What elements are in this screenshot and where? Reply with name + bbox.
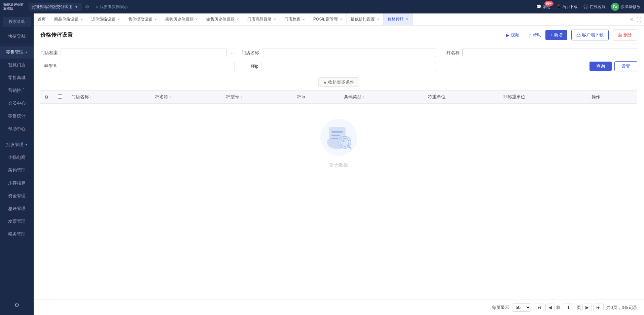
th-barcode-type[interactable]: 条码类型	[340, 91, 424, 104]
th-settings[interactable]: ⚙	[40, 91, 54, 104]
first-page-button[interactable]: ⏮	[534, 304, 544, 311]
tab-home[interactable]: 首页	[34, 13, 50, 26]
tab-sale-extract[interactable]: 售价提取设置 ×	[124, 13, 161, 26]
sidebar-item-member-center[interactable]: 会员中心	[0, 97, 34, 110]
empty-illustration	[319, 117, 359, 158]
tab-purchase-history-close[interactable]: ×	[195, 18, 198, 22]
tab-commodity-price-close[interactable]: ×	[80, 18, 83, 22]
sidebar-item-marketing[interactable]: 营销推广	[0, 84, 34, 97]
tab-store-catalog-label: 门店商品目录	[247, 16, 272, 22]
tab-min-discount[interactable]: 最低折扣设置 ×	[347, 13, 384, 26]
sidebar-item-inventory-settle[interactable]: 库存核算	[0, 177, 34, 189]
filter-actions: 查询 设置	[443, 61, 637, 71]
sidebar-item-finance-label: 资金管理	[8, 193, 26, 198]
filter-row-2: 秤型号 秤ip 查询 设置	[40, 61, 637, 71]
sidebar-item-retail-mall-label: 零售商城	[8, 75, 26, 80]
collapse-button[interactable]: ∧ 收起更多条件	[318, 77, 359, 87]
help-label: 帮助	[533, 32, 541, 38]
sidebar-item-tax-label: 税务管理	[8, 232, 26, 237]
tab-purchase-history-label: 采购历史价跟踪	[165, 16, 193, 22]
online-service-button[interactable]: 🎧 在线客服	[583, 4, 606, 10]
empty-state: 暂无数据	[40, 104, 637, 182]
app-logo: 畅捷通好业财 标准版	[3, 3, 24, 11]
delete-button[interactable]: 面 删除	[613, 30, 637, 40]
tab-pos-encryption-label: POS加密管理	[313, 16, 338, 22]
tab-pos-encryption[interactable]: POS加密管理 ×	[309, 13, 347, 26]
avatar: Ea	[611, 3, 619, 11]
th-scale-name[interactable]: 秤名称	[151, 91, 222, 104]
tab-purchase-strategy-close[interactable]: ×	[117, 18, 120, 22]
sidebar-item-retail-stats[interactable]: 零售统计	[0, 110, 34, 123]
sidebar-item-retail-mgmt[interactable]: 零售管理	[0, 46, 34, 59]
filter-store-name-label: 门店名称	[242, 50, 259, 56]
sidebar-item-xiaochang-ecom[interactable]: 小畅电商	[0, 151, 34, 164]
filter-store-profile-more-icon[interactable]: ···	[231, 50, 235, 56]
empty-row: 暂无数据	[40, 104, 637, 182]
demo-link[interactable]: 我要看实例演示	[96, 4, 128, 10]
next-page-button[interactable]: ▶	[582, 304, 592, 311]
filter-scale-name-input[interactable]	[462, 48, 637, 57]
edition-selector[interactable]: 好业财标准版交付试用 ▼	[29, 3, 82, 11]
sidebar-item-inventory-label: 库存核算	[8, 180, 26, 185]
sidebar-item-tax-mgmt[interactable]: 税务管理	[0, 228, 34, 241]
filter-scale-model-input[interactable]	[60, 62, 235, 71]
help-link[interactable]: ? 帮助	[529, 32, 541, 38]
user-menu[interactable]: Ea 徐泽华修改	[611, 3, 641, 11]
filter-store-name-input[interactable]	[262, 48, 436, 57]
sidebar-item-wholesale-mgmt[interactable]: 批发管理	[0, 138, 34, 151]
th-weight-unit: 称重单位	[424, 91, 499, 104]
add-button[interactable]: + 新增	[545, 30, 567, 40]
video-link[interactable]: ▶ 视频	[506, 32, 520, 38]
sidebar-item-quick-nav[interactable]: 快捷导航	[0, 30, 34, 43]
tab-purchase-strategy[interactable]: 进价策略设置 ×	[87, 13, 124, 26]
settings-query-button[interactable]: 设置	[614, 61, 637, 71]
th-scale-model[interactable]: 秤型号	[222, 91, 293, 104]
th-store-name[interactable]: 门店名称	[67, 91, 151, 104]
tab-bar-controls: ✕ ⛶	[627, 17, 644, 22]
tab-sale-history-label: 销售历史价跟踪	[206, 16, 235, 22]
tab-min-discount-close[interactable]: ×	[377, 18, 379, 22]
filter-scale-ip-input[interactable]	[261, 62, 436, 71]
sidebar-item-purchase-mgmt[interactable]: 采购管理	[0, 164, 34, 177]
sidebar-item-retail-mall[interactable]: 零售商城	[0, 71, 34, 84]
download-button[interactable]: 凸 客户端下载	[571, 30, 609, 40]
filter-store-profile-input[interactable]	[61, 48, 227, 57]
tab-store-profile-close[interactable]: ×	[302, 18, 305, 22]
chevron-up-icon: ∧	[323, 80, 327, 85]
sidebar-gear-icon[interactable]: ⚙	[0, 299, 34, 312]
filter-scale-name-label: 秤名称	[443, 50, 460, 56]
tab-sale-history[interactable]: 销售历史价跟踪 ×	[202, 13, 243, 26]
tab-sale-extract-close[interactable]: ×	[154, 18, 157, 22]
tab-pos-encryption-close[interactable]: ×	[340, 18, 342, 22]
tab-bar: 首页 商品价格设置 × 进价策略设置 × 售价提取设置 × 采购历史价跟踪 ×	[34, 13, 644, 26]
sidebar-item-help-center[interactable]: 帮助中心	[0, 123, 34, 135]
sidebar-item-finance-mgmt[interactable]: 资金管理	[0, 189, 34, 202]
prev-page-button[interactable]: ◀	[545, 304, 555, 311]
tab-expand-button[interactable]: ⛶	[637, 17, 641, 22]
page-num-input[interactable]: 1	[562, 304, 575, 311]
tab-store-catalog[interactable]: 门店商品目录 ×	[243, 13, 280, 26]
page-size-select[interactable]: 50 10 20 100	[512, 303, 531, 312]
search-menu-button[interactable]: 搜索菜单	[3, 17, 31, 27]
sidebar-item-invoice-mgmt[interactable]: 发票管理	[0, 215, 34, 228]
settings-icon[interactable]: ⚙	[85, 4, 89, 9]
page-total: 共0页，0条记录	[606, 305, 637, 311]
tab-sale-history-close[interactable]: ×	[237, 18, 239, 22]
app-download-button[interactable]: 📱 App下载	[556, 4, 578, 10]
tab-store-catalog-close[interactable]: ×	[274, 18, 276, 22]
last-page-button[interactable]: ⏭	[593, 304, 604, 311]
tab-price-scale[interactable]: 价格传秤 ×	[384, 13, 413, 26]
tab-close-button[interactable]: ✕	[630, 17, 634, 22]
filter-store-profile: 门店档案 ···	[40, 48, 235, 57]
select-all-checkbox[interactable]	[58, 94, 62, 99]
sidebar-item-xiaochang-label: 小畅电商	[8, 155, 26, 160]
tab-price-scale-close[interactable]: ×	[406, 17, 408, 21]
messages-button[interactable]: 💬 消息 99+	[536, 4, 551, 10]
tab-purchase-history[interactable]: 采购历史价跟踪 ×	[161, 13, 202, 26]
sidebar-item-general-ledger[interactable]: 总账管理	[0, 202, 34, 215]
tab-commodity-price[interactable]: 商品价格设置 ×	[50, 13, 87, 26]
sidebar-item-smart-store[interactable]: 智慧门店	[0, 59, 34, 71]
query-button[interactable]: 查询	[589, 62, 612, 71]
tab-store-profile[interactable]: 门店档案 ×	[280, 13, 309, 26]
table-wrap: ⚙ 门店名称 秤名称 秤型号 秤ip 条码类型 称重单位 非称重单位	[34, 90, 644, 300]
